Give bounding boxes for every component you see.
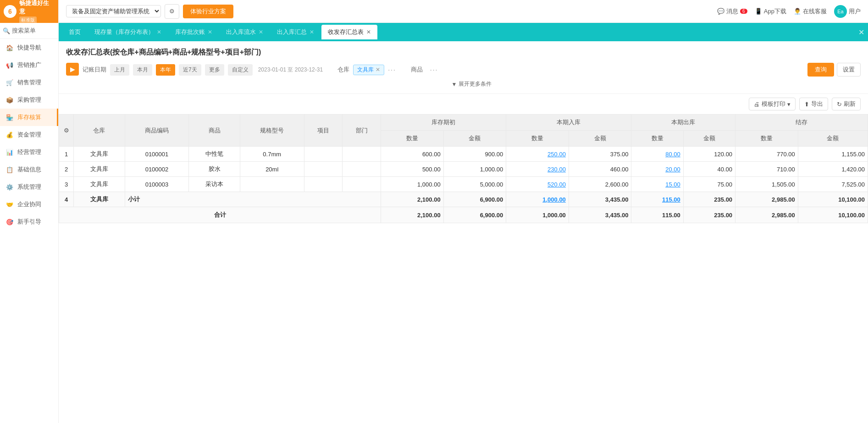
subtotal-in-qty-link[interactable]: 1,000.00 bbox=[542, 196, 566, 203]
sidebar-item-finance[interactable]: 💰 资金管理 bbox=[0, 126, 58, 143]
sidebar-item-system[interactable]: ⚙️ 系统管理 bbox=[0, 178, 58, 196]
export-button[interactable]: ⬆ 导出 bbox=[799, 98, 828, 110]
warehouse-tag[interactable]: 文具库 ✕ bbox=[353, 65, 384, 75]
sidebar: 6 畅捷通好生意 标准版 🔍 搜索菜单 🏠 快捷导航 📢 营销推广 🛒 销售管理… bbox=[0, 0, 59, 423]
total-out-amount: 235.00 bbox=[683, 207, 735, 223]
sidebar-item-quick-nav[interactable]: 🏠 快捷导航 bbox=[0, 39, 58, 56]
sidebar-item-purchase[interactable]: 📦 采购管理 bbox=[0, 91, 58, 109]
app-download-button[interactable]: 📱 App下载 bbox=[755, 7, 786, 16]
cell-balance-amount-3: 7,525.00 bbox=[798, 177, 868, 192]
in-qty-link-1[interactable]: 250.00 bbox=[547, 151, 566, 158]
page-header: 收发存汇总表(按仓库+商品编码+商品+规格型号+项目+部门) ▶ 记账日期 上月… bbox=[59, 41, 868, 94]
customer-service-button[interactable]: 👨‍💼 在线客服 bbox=[794, 7, 827, 16]
tab-stock-dist[interactable]: 现存量（库存分布表） ✕ bbox=[88, 25, 168, 39]
data-table-wrap: ⚙ 仓库 商品编码 商品 规格型号 项目 部门 库存期初 本期入库 本期出库 结… bbox=[59, 114, 868, 223]
tab-inout-summary-close[interactable]: ✕ bbox=[310, 29, 314, 35]
subtotal-balance-amount: 10,100.00 bbox=[798, 192, 868, 207]
template-print-button[interactable]: 🖨 模板打印 ▾ bbox=[749, 98, 796, 110]
subtotal-balance-qty: 2,985.00 bbox=[735, 192, 798, 207]
query-button[interactable]: 查询 bbox=[807, 63, 834, 77]
sidebar-search[interactable]: 🔍 搜索菜单 bbox=[0, 23, 58, 39]
cell-seq-1: 1 bbox=[59, 147, 74, 162]
sidebar-item-marketing[interactable]: 📢 营销推广 bbox=[0, 56, 58, 74]
warehouse-more-button[interactable]: ··· bbox=[388, 66, 396, 73]
close-all-tabs-button[interactable]: ✕ bbox=[858, 28, 864, 37]
cell-balance-qty-3: 1,505.00 bbox=[735, 177, 798, 192]
cell-out-qty-2[interactable]: 20.00 bbox=[631, 162, 683, 177]
sidebar-label-marketing: 营销推广 bbox=[17, 61, 41, 69]
tab-collect-summary-close[interactable]: ✕ bbox=[366, 29, 371, 35]
settings-gear-button[interactable]: ⚙ bbox=[165, 4, 179, 19]
cell-out-qty-3[interactable]: 15.00 bbox=[631, 177, 683, 192]
cell-warehouse-3: 文具库 bbox=[74, 177, 125, 192]
date-range-display: 2023-01-01 至 2023-12-31 bbox=[258, 66, 323, 74]
out-qty-link-2[interactable]: 20.00 bbox=[665, 166, 680, 173]
avatar: Ea bbox=[834, 5, 847, 18]
tab-home[interactable]: 首页 bbox=[62, 25, 87, 39]
sales-icon: 🛒 bbox=[6, 78, 14, 87]
search-icon: 🔍 bbox=[3, 27, 10, 34]
warehouse-tag-close[interactable]: ✕ bbox=[376, 66, 380, 73]
subtotal-in-amount: 3,435.00 bbox=[569, 192, 631, 207]
sidebar-item-cooperation[interactable]: 🤝 企业协同 bbox=[0, 196, 58, 213]
sidebar-label-system: 系统管理 bbox=[17, 183, 41, 191]
expand-more-button[interactable]: ▼ 展开更多条件 bbox=[83, 78, 861, 90]
total-out-qty: 115.00 bbox=[631, 207, 683, 223]
cell-spec-2: 20ml bbox=[240, 162, 304, 177]
date-btn-this-year[interactable]: 本年 bbox=[156, 64, 175, 76]
th-warehouse: 仓库 bbox=[74, 115, 125, 147]
tab-collect-summary[interactable]: 收发存汇总表 ✕ bbox=[321, 25, 377, 39]
subtotal-out-qty-link[interactable]: 115.00 bbox=[662, 196, 680, 203]
table-row: 3 文具库 0100003 采访本 1,000.00 5,000.00 520.… bbox=[59, 177, 868, 192]
operations-icon: 📊 bbox=[6, 148, 14, 156]
refresh-label: 刷新 bbox=[844, 100, 856, 108]
try-industry-button[interactable]: 体验行业方案 bbox=[183, 5, 233, 18]
cell-in-qty-2[interactable]: 230.00 bbox=[506, 162, 569, 177]
date-btn-7days[interactable]: 近7天 bbox=[179, 64, 201, 76]
tab-home-label: 首页 bbox=[69, 28, 81, 36]
out-qty-link-1[interactable]: 80.00 bbox=[665, 151, 680, 158]
sidebar-item-basic-info[interactable]: 📋 基础信息 bbox=[0, 161, 58, 178]
cell-name-3: 采访本 bbox=[189, 177, 240, 192]
tab-batch-ledger[interactable]: 库存批次账 ✕ bbox=[169, 25, 219, 39]
tab-inout-flow-close[interactable]: ✕ bbox=[259, 29, 263, 35]
cell-in-qty-3[interactable]: 520.00 bbox=[506, 177, 569, 192]
date-btn-custom[interactable]: 自定义 bbox=[228, 64, 253, 76]
message-button[interactable]: 💬 消息 6 bbox=[717, 7, 747, 16]
cell-in-amount-2: 460.00 bbox=[569, 162, 631, 177]
cell-out-qty-1[interactable]: 80.00 bbox=[631, 147, 683, 162]
sidebar-label-quick-nav: 快捷导航 bbox=[17, 44, 41, 52]
th-gear[interactable]: ⚙ bbox=[59, 115, 74, 147]
tab-stock-dist-close[interactable]: ✕ bbox=[157, 29, 161, 35]
sidebar-item-inventory[interactable]: 🏪 库存核算 bbox=[0, 109, 58, 126]
cell-in-qty-1[interactable]: 250.00 bbox=[506, 147, 569, 162]
settings-button[interactable]: 设置 bbox=[837, 63, 861, 77]
tab-inout-flow[interactable]: 出入库流水 ✕ bbox=[220, 25, 270, 39]
sidebar-item-operations[interactable]: 📊 经营管理 bbox=[0, 143, 58, 161]
tab-batch-ledger-close[interactable]: ✕ bbox=[208, 29, 212, 35]
in-qty-link-3[interactable]: 520.00 bbox=[547, 181, 566, 188]
system-select[interactable]: 装备及固定资产辅助管理系统 bbox=[66, 5, 161, 17]
total-row: 合计 2,100.00 6,900.00 1,000.00 3,435.00 1… bbox=[59, 207, 868, 223]
date-btn-last-month[interactable]: 上月 bbox=[110, 64, 129, 76]
tab-inout-summary[interactable]: 出入库汇总 ✕ bbox=[271, 25, 321, 39]
sidebar-item-sales[interactable]: 🛒 销售管理 bbox=[0, 74, 58, 91]
table-row: 2 文具库 0100002 胶水 20ml 500.00 1,000.00 23… bbox=[59, 162, 868, 177]
th-in-amount: 金额 bbox=[569, 131, 631, 147]
th-product-spec: 规格型号 bbox=[240, 115, 304, 147]
user-avatar-button[interactable]: Ea 用户 bbox=[834, 5, 861, 18]
cell-out-amount-1: 120.00 bbox=[683, 147, 735, 162]
warehouse-tag-text: 文具库 bbox=[357, 66, 374, 74]
product-more-button[interactable]: ··· bbox=[430, 66, 438, 73]
refresh-button[interactable]: ↻ 刷新 bbox=[832, 98, 861, 110]
cell-warehouse-1: 文具库 bbox=[74, 147, 125, 162]
sidebar-item-guide[interactable]: 🎯 新手引导 bbox=[0, 213, 58, 231]
total-label: 合计 bbox=[59, 207, 381, 223]
out-qty-link-3[interactable]: 15.00 bbox=[665, 181, 680, 188]
cell-start-amount-2: 1,000.00 bbox=[443, 162, 506, 177]
in-qty-link-2[interactable]: 230.00 bbox=[547, 166, 566, 173]
filter-toggle-button[interactable]: ▶ bbox=[66, 63, 79, 76]
date-btn-more[interactable]: 更多 bbox=[205, 64, 224, 76]
cell-out-amount-2: 40.00 bbox=[683, 162, 735, 177]
date-btn-this-month[interactable]: 本月 bbox=[133, 64, 152, 76]
